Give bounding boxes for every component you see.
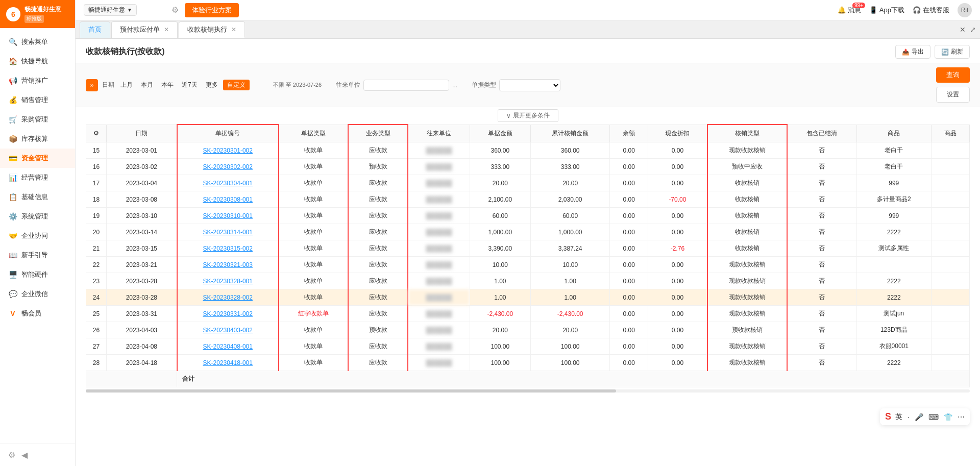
- td-doc-no[interactable]: SK-20230310-001: [177, 208, 279, 224]
- sidebar-item-quick-nav[interactable]: 🏠 快捷导航: [0, 52, 75, 71]
- tab-collection[interactable]: 收款核销执行 ✕: [179, 21, 245, 38]
- sidebar-item-purchase[interactable]: 🛒 采购管理: [0, 110, 75, 129]
- sidebar-item-system[interactable]: ⚙️ 系统管理: [0, 207, 75, 226]
- doc-no-link[interactable]: SK-20230403-002: [203, 327, 253, 334]
- solution-button[interactable]: 体验行业方案: [185, 3, 239, 17]
- doc-no-link[interactable]: SK-20230408-001: [203, 343, 253, 350]
- td-doc-no[interactable]: SK-20230403-002: [177, 322, 279, 338]
- tab-close-all-icon[interactable]: ✕: [960, 26, 966, 34]
- td-doc-no[interactable]: SK-20230308-001: [177, 191, 279, 208]
- doc-no-link[interactable]: SK-20230301-002: [203, 147, 253, 154]
- td-doc-no[interactable]: SK-20230321-003: [177, 257, 279, 273]
- sidebar-item-operation[interactable]: 📊 经营管理: [0, 168, 75, 187]
- online-service-link[interactable]: 🎧 在线客服: [913, 6, 949, 15]
- refresh-button[interactable]: 🔄 刷新: [935, 45, 970, 59]
- filter-settings-button[interactable]: 设置: [936, 87, 970, 103]
- tab-collection-close[interactable]: ✕: [231, 26, 236, 33]
- sidebar-item-basic[interactable]: 📋 基础信息: [0, 187, 75, 207]
- query-button[interactable]: 查询: [936, 67, 970, 83]
- td-seq: 22: [86, 257, 107, 273]
- td-doc-amount: 100.00: [470, 355, 531, 371]
- td-partner: ██████: [408, 322, 470, 338]
- doc-no-link[interactable]: SK-20230328-002: [203, 294, 253, 301]
- doc-no-link[interactable]: SK-20230315-002: [203, 245, 253, 252]
- sidebar-item-sales[interactable]: 💰 销售管理: [0, 90, 75, 110]
- filter-doctype-select[interactable]: [499, 79, 560, 91]
- filter-date-custom[interactable]: 自定义: [223, 80, 250, 90]
- sidebar-item-label: 快捷导航: [21, 57, 48, 66]
- sidebar-item-enterprise[interactable]: 🤝 企业协同: [0, 226, 75, 246]
- watermark-item-1: 英: [895, 412, 902, 422]
- app-download-link[interactable]: 📱 App下载: [869, 6, 904, 15]
- td-partner: ██████: [408, 240, 470, 257]
- td-doc-amount: 20.00: [470, 322, 531, 338]
- avatar[interactable]: Rit: [958, 3, 972, 17]
- sidebar-item-marketing[interactable]: 📢 营销推广: [0, 71, 75, 90]
- th-settings[interactable]: ⚙: [86, 125, 107, 142]
- sidebar-item-label: 搜索菜单: [21, 37, 48, 46]
- filter-date-this-month[interactable]: 本月: [138, 80, 156, 90]
- td-biz-type: 应收款: [348, 208, 408, 224]
- td-doc-type: 收款单: [279, 224, 349, 240]
- filter-date-this-year[interactable]: 本年: [158, 80, 177, 90]
- sidebar-item-label: 库存核算: [21, 134, 48, 143]
- home-icon: 🏠: [8, 57, 17, 66]
- td-balance: 0.00: [610, 306, 648, 322]
- td-doc-no[interactable]: SK-20230328-001: [177, 273, 279, 289]
- sidebar-item-guide[interactable]: 📖 新手引导: [0, 246, 75, 265]
- td-doc-no[interactable]: SK-20230304-001: [177, 175, 279, 191]
- notify-button[interactable]: 🔔 消息 99+: [838, 6, 861, 15]
- doc-no-link[interactable]: SK-20230331-002: [203, 310, 253, 317]
- td-verify-type: 现款收款核销: [707, 338, 788, 355]
- td-goods: 老白干: [856, 142, 931, 159]
- td-biz-type: 应收款: [348, 257, 408, 273]
- td-doc-no[interactable]: SK-20230315-002: [177, 240, 279, 257]
- td-include-settled: 否: [787, 159, 856, 175]
- td-doc-no[interactable]: SK-20230301-002: [177, 142, 279, 159]
- doc-no-link[interactable]: SK-20230304-001: [203, 180, 253, 187]
- collapse-icon[interactable]: ◀: [21, 450, 28, 460]
- td-doc-no[interactable]: SK-20230328-002: [177, 289, 279, 306]
- td-doc-no[interactable]: SK-20230314-001: [177, 224, 279, 240]
- horizontal-scrollbar[interactable]: [86, 389, 970, 393]
- td-include-settled: 否: [787, 355, 856, 371]
- doc-no-link[interactable]: SK-20230321-003: [203, 261, 253, 268]
- filter-expand-button[interactable]: »: [86, 79, 98, 91]
- doc-no-link[interactable]: SK-20230328-001: [203, 278, 253, 285]
- marketing-icon: 📢: [8, 76, 17, 85]
- gear-icon[interactable]: ⚙: [172, 5, 179, 15]
- filter-date-last-month[interactable]: 上月: [117, 80, 136, 90]
- expand-more-button[interactable]: ∨ 展开更多条件: [498, 109, 558, 122]
- doc-no-link[interactable]: SK-20230418-001: [203, 359, 253, 366]
- scrollbar-thumb[interactable]: [86, 389, 616, 393]
- th-date: 日期: [107, 125, 177, 142]
- sidebar-item-capital[interactable]: 💳 资金管理: [0, 149, 75, 168]
- td-cash-discount: 0.00: [648, 306, 707, 322]
- tab-expand-icon[interactable]: ⤢: [970, 26, 976, 34]
- sidebar-item-search[interactable]: 🔍 搜索菜单: [0, 32, 75, 52]
- sidebar-item-member[interactable]: V 畅会员: [0, 304, 75, 323]
- export-button[interactable]: 📤 导出: [895, 45, 930, 59]
- td-doc-no[interactable]: SK-20230408-001: [177, 338, 279, 355]
- doc-no-link[interactable]: SK-20230302-002: [203, 163, 253, 170]
- tab-home[interactable]: 首页: [80, 21, 110, 38]
- td-doc-no[interactable]: SK-20230302-002: [177, 159, 279, 175]
- sidebar-item-wechat[interactable]: 💬 企业微信: [0, 284, 75, 304]
- doc-no-link[interactable]: SK-20230310-001: [203, 212, 253, 219]
- sidebar-item-hardware[interactable]: 🖥️ 智能硬件: [0, 265, 75, 284]
- filter-date-7days[interactable]: 近7天: [179, 80, 201, 90]
- filter-partner-input[interactable]: [363, 80, 449, 91]
- column-settings-icon[interactable]: ⚙: [93, 130, 99, 137]
- filter-date-more[interactable]: 更多: [203, 80, 221, 90]
- brand-select[interactable]: 畅捷通好生意 ▼: [84, 4, 137, 16]
- td-include-settled: 否: [787, 257, 856, 273]
- sidebar-item-inventory[interactable]: 📦 库存核算: [0, 129, 75, 149]
- doc-no-link[interactable]: SK-20230308-001: [203, 196, 253, 203]
- tab-prepay-close[interactable]: ✕: [164, 26, 169, 33]
- td-doc-no[interactable]: SK-20230331-002: [177, 306, 279, 322]
- td-doc-no[interactable]: SK-20230418-001: [177, 355, 279, 371]
- tab-prepay[interactable]: 预付款应付单 ✕: [111, 21, 178, 38]
- doc-no-link[interactable]: SK-20230314-001: [203, 229, 253, 236]
- settings-bottom-icon[interactable]: ⚙: [8, 450, 15, 460]
- td-biz-type: 应收款: [348, 175, 408, 191]
